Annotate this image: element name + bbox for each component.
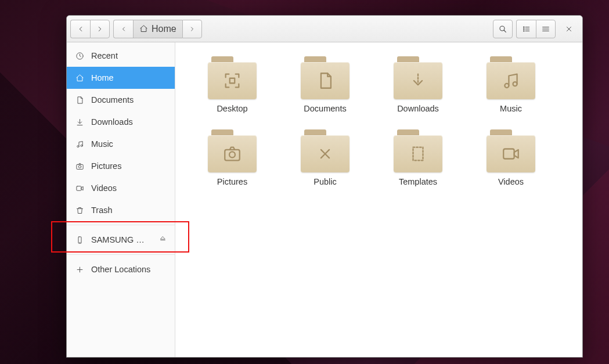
search-icon bbox=[498, 24, 507, 34]
svg-rect-11 bbox=[230, 78, 235, 84]
sidebar-item-videos[interactable]: Videos bbox=[67, 177, 175, 199]
sidebar-item-trash[interactable]: Trash bbox=[67, 199, 175, 221]
svg-point-1 bbox=[523, 27, 524, 27]
back-button[interactable] bbox=[70, 20, 90, 38]
phone-icon bbox=[75, 236, 84, 244]
folder-label: Desktop bbox=[217, 104, 247, 113]
folder-icon bbox=[394, 129, 442, 172]
sidebar-item-other-locations[interactable]: Other Locations bbox=[67, 258, 175, 280]
pathbar: Home bbox=[113, 20, 202, 38]
folder-label: Videos bbox=[498, 177, 524, 186]
sidebar-item-label: Recent bbox=[91, 51, 118, 60]
sidebar-separator bbox=[67, 225, 175, 225]
music-icon bbox=[75, 140, 84, 149]
folder-icon bbox=[487, 56, 535, 99]
sidebar-item-home[interactable]: Home bbox=[67, 67, 175, 89]
svg-rect-17 bbox=[503, 149, 514, 159]
svg-point-2 bbox=[523, 28, 524, 29]
sidebar-separator bbox=[67, 254, 175, 255]
sidebar-item-label: Pictures bbox=[91, 161, 121, 171]
video-icon bbox=[75, 184, 84, 193]
folder-music[interactable]: Music bbox=[464, 56, 557, 113]
search-button[interactable] bbox=[493, 20, 513, 38]
folder-desktop[interactable]: Desktop bbox=[186, 56, 279, 113]
camera-icon bbox=[75, 162, 84, 171]
folder-grid: Desktop Documents Downloads bbox=[186, 56, 572, 186]
svg-point-8 bbox=[78, 165, 81, 167]
folder-icon bbox=[208, 56, 257, 99]
list-view-button[interactable] bbox=[516, 20, 536, 38]
sidebar-item-label: Videos bbox=[91, 183, 117, 193]
path-segment-label: Home bbox=[152, 24, 176, 34]
sidebar-item-device-samsung[interactable]: SAMSUNG … bbox=[67, 229, 175, 251]
chevron-down-icon bbox=[541, 24, 550, 34]
view-switcher bbox=[516, 20, 556, 38]
sidebar-item-label: Home bbox=[91, 73, 114, 82]
folder-label: Music bbox=[500, 104, 522, 113]
list-icon bbox=[522, 24, 531, 34]
folder-public[interactable]: Public bbox=[279, 129, 372, 186]
clock-icon bbox=[75, 52, 84, 60]
folder-videos[interactable]: Videos bbox=[464, 129, 557, 186]
svg-rect-9 bbox=[76, 186, 81, 190]
folder-label: Documents bbox=[304, 104, 346, 113]
file-manager-window: Home Recent bbox=[66, 15, 583, 358]
folder-templates[interactable]: Templates bbox=[372, 129, 464, 186]
close-icon bbox=[565, 25, 573, 33]
svg-point-3 bbox=[523, 30, 524, 31]
sidebar-item-label: Trash bbox=[91, 206, 113, 215]
sidebar-item-music[interactable]: Music bbox=[67, 133, 175, 155]
folder-documents[interactable]: Documents bbox=[279, 56, 372, 113]
folder-label: Templates bbox=[399, 177, 437, 186]
trash-icon bbox=[75, 206, 84, 215]
folder-icon bbox=[301, 56, 349, 99]
folder-label: Downloads bbox=[397, 104, 439, 113]
folder-pictures[interactable]: Pictures bbox=[186, 129, 279, 186]
folder-icon bbox=[301, 129, 349, 172]
sidebar-item-recent[interactable]: Recent bbox=[67, 45, 175, 67]
sidebar-item-label: SAMSUNG … bbox=[91, 235, 145, 244]
plus-icon bbox=[75, 265, 84, 274]
svg-rect-16 bbox=[413, 147, 423, 161]
sidebar-item-label: Downloads bbox=[91, 117, 133, 127]
path-next-button[interactable] bbox=[182, 20, 202, 38]
sidebar-item-label: Documents bbox=[91, 95, 134, 104]
headerbar: Home bbox=[67, 16, 582, 42]
home-icon bbox=[75, 74, 84, 82]
forward-button[interactable] bbox=[90, 20, 110, 38]
document-icon bbox=[75, 96, 84, 104]
window-body: Recent Home Documents Downloads Music Pi bbox=[67, 42, 582, 357]
sidebar-item-documents[interactable]: Documents bbox=[67, 89, 175, 111]
sidebar-item-label: Other Locations bbox=[91, 265, 150, 274]
path-segment-home[interactable]: Home bbox=[133, 20, 182, 38]
folder-icon bbox=[487, 129, 535, 172]
sidebar: Recent Home Documents Downloads Music Pi bbox=[67, 42, 175, 357]
eject-icon bbox=[159, 235, 167, 243]
folder-label: Public bbox=[313, 177, 337, 186]
download-icon bbox=[75, 118, 84, 127]
view-menu-button[interactable] bbox=[536, 20, 556, 38]
eject-button[interactable] bbox=[159, 235, 167, 244]
nav-buttons bbox=[70, 20, 110, 38]
folder-downloads[interactable]: Downloads bbox=[372, 56, 464, 113]
folder-icon bbox=[208, 129, 257, 172]
close-button[interactable] bbox=[559, 20, 579, 38]
sidebar-item-pictures[interactable]: Pictures bbox=[67, 155, 175, 177]
folder-icon bbox=[394, 56, 442, 99]
home-icon bbox=[139, 24, 148, 33]
path-prev-button[interactable] bbox=[113, 20, 133, 38]
sidebar-item-label: Music bbox=[91, 139, 113, 149]
folder-label: Pictures bbox=[217, 177, 247, 186]
content-area: Desktop Documents Downloads bbox=[175, 42, 582, 357]
sidebar-item-downloads[interactable]: Downloads bbox=[67, 111, 175, 133]
svg-point-15 bbox=[229, 152, 235, 157]
